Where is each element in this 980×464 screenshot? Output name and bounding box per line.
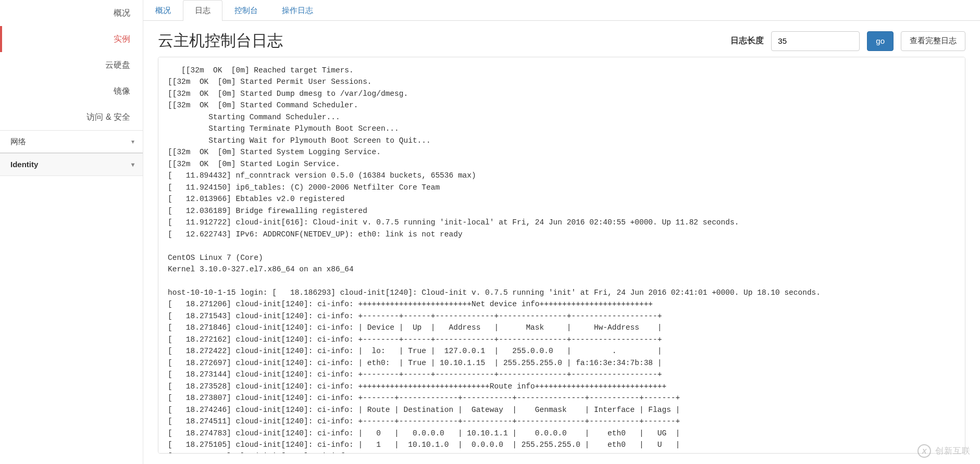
view-full-log-button[interactable]: 查看完整日志: [901, 31, 965, 51]
sidebar-section-identity[interactable]: Identity ▾: [0, 153, 143, 176]
tab-console[interactable]: 控制台: [222, 0, 270, 21]
sidebar-item-volumes[interactable]: 云硬盘: [0, 52, 143, 78]
chevron-down-icon: ▾: [131, 153, 134, 176]
toolbar: 云主机控制台日志 日志长度 go 查看完整日志: [143, 21, 980, 57]
sidebar-section-label: 网络: [10, 130, 26, 153]
sidebar: 概况 实例 云硬盘 镜像 访问 & 安全 网络 ▾ Identity ▾: [0, 0, 143, 464]
tab-log[interactable]: 日志: [183, 0, 222, 21]
sidebar-section-network[interactable]: 网络 ▾: [0, 130, 143, 153]
toolbar-right: 日志长度 go 查看完整日志: [730, 31, 965, 51]
sidebar-item-overview[interactable]: 概况: [0, 0, 143, 26]
page-title: 云主机控制台日志: [158, 30, 283, 52]
sidebar-item-instances[interactable]: 实例: [0, 26, 143, 52]
tab-overview[interactable]: 概况: [143, 0, 183, 21]
sidebar-item-access-security[interactable]: 访问 & 安全: [0, 104, 143, 130]
sidebar-item-images[interactable]: 镜像: [0, 78, 143, 104]
log-panel: [[32m OK [0m] Reached target Timers. [[3…: [158, 57, 965, 454]
go-button[interactable]: go: [867, 31, 894, 51]
sidebar-section-label: Identity: [10, 153, 38, 176]
chevron-down-icon: ▾: [131, 130, 134, 153]
tabs: 概况 日志 控制台 操作日志: [143, 0, 980, 21]
main-content: 概况 日志 控制台 操作日志 云主机控制台日志 日志长度 go 查看完整日志 […: [143, 0, 980, 464]
log-length-label: 日志长度: [730, 35, 764, 46]
log-length-input[interactable]: [771, 31, 860, 51]
tab-action-log[interactable]: 操作日志: [270, 0, 325, 21]
log-output: [[32m OK [0m] Reached target Timers. [[3…: [168, 65, 956, 454]
